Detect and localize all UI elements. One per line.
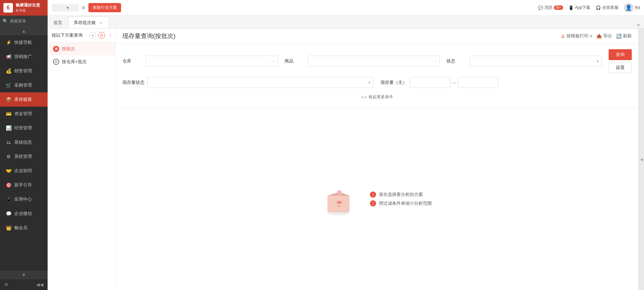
tab-home[interactable]: 首页 xyxy=(48,17,68,28)
content-area: 按以下方案查询 ＋ ⊙ 《 按 按批次 ⊙ 按仓库+批次 现存量查询(按批次) xyxy=(48,29,644,290)
app-download-icon: 📱 xyxy=(569,5,574,10)
message-icon: 💬 xyxy=(538,5,543,10)
inventory-status-select[interactable]: ▾ xyxy=(147,77,374,88)
scroll-down-btn[interactable]: ▼ xyxy=(0,271,48,279)
scheme-item-by-warehouse-batch[interactable]: ⊙ 按仓库+批次 xyxy=(48,55,115,68)
status-select[interactable]: ▾ xyxy=(470,56,602,67)
avatar: 👤 xyxy=(624,3,633,13)
export-label: 导出 xyxy=(603,33,612,39)
inventory-qty-max-input[interactable] xyxy=(458,77,498,88)
nav-label-operations: 经营管理 xyxy=(14,125,32,131)
settings-btn[interactable]: 设置 xyxy=(609,62,632,73)
sidebar-item-system[interactable]: ⚙ 系统管理 xyxy=(0,149,48,164)
tip-item-1: 1 请先选择要分析的方案 xyxy=(370,192,432,198)
warehouse-label: 仓库 xyxy=(122,58,143,64)
app-logo: 6 xyxy=(3,3,13,13)
topbar-settings-icon[interactable]: ⚙ xyxy=(82,5,86,10)
username: Rit xyxy=(635,5,640,10)
sidebar-search[interactable]: 🔍 搜索菜单 xyxy=(0,16,48,27)
message-action[interactable]: 💬 消息 99+ xyxy=(538,5,563,11)
nav-icon-marketing: 📢 xyxy=(5,54,12,60)
product-more-icon: ··· xyxy=(434,59,437,63)
export-btn[interactable]: 📤 导出 xyxy=(596,33,612,39)
product-input[interactable]: ··· xyxy=(308,56,440,67)
app-name: 畅康通好生意 xyxy=(16,3,40,8)
filter-scheme-title: 按以下方案查询 xyxy=(52,32,83,38)
sidebar-item-purchase[interactable]: 🛒 采购管理 xyxy=(0,78,48,92)
app-download-action[interactable]: 📱 App下载 xyxy=(569,5,590,11)
tab-close-btn[interactable]: × xyxy=(98,20,103,25)
nav-icon-purchase: 🛒 xyxy=(5,82,12,88)
sidebar-item-guide[interactable]: 🎯 新手引导 xyxy=(0,178,48,192)
settings-icon[interactable]: ⚙ xyxy=(4,282,9,287)
nav-label-inventory: 库存核算 xyxy=(14,96,32,103)
collapse-more-btn[interactable]: ∧∧ 收起更多条件 xyxy=(122,92,632,102)
sidebar-item-wechat[interactable]: 💬 企业微信 xyxy=(0,206,48,221)
filter-scheme-header: 按以下方案查询 ＋ ⊙ 《 xyxy=(48,29,115,42)
sidebar-item-app-center[interactable]: 📱 应用中心 xyxy=(0,192,48,206)
scheme-item-by-batch[interactable]: 按 按批次 xyxy=(48,42,115,55)
scheme-settings-btn[interactable]: ⊙ xyxy=(98,32,105,39)
user-action[interactable]: 👤 Rit xyxy=(624,3,640,13)
nav-icon-enterprise: 🤝 xyxy=(5,168,12,174)
refresh-btn[interactable]: 🔄 刷新 xyxy=(616,33,632,39)
online-service-action[interactable]: 🎧 在线客服 xyxy=(596,5,618,11)
filter-row-1: 仓库 ··· 商品 ··· 状态 xyxy=(122,49,632,73)
nav-label-system: 系统管理 xyxy=(14,153,32,160)
trial-btn[interactable]: 体验行业方案 xyxy=(88,3,121,12)
main-wrap: ▾ ⚙ 体验行业方案 💬 消息 99+ 📱 App下载 🎧 在线客服 👤 xyxy=(48,0,644,290)
scroll-up-btn[interactable]: ▲ xyxy=(0,27,48,35)
sidebar-item-sales[interactable]: 💰 销售管理 xyxy=(0,64,48,78)
breadcrumb-text xyxy=(55,5,65,10)
add-scheme-btn[interactable]: ＋ xyxy=(89,32,96,39)
collapse-panel-btn[interactable]: 《 xyxy=(107,33,111,38)
print-label: 按模板打印 xyxy=(566,33,589,39)
nav-icon-sales: 💰 xyxy=(5,68,12,74)
avatar-icon: 👤 xyxy=(625,4,632,11)
scheme-by-wh-batch-icon: ⊙ xyxy=(53,59,59,65)
app-title-wrap: 畅康通好生意 标准版 xyxy=(16,3,40,13)
inventory-qty-label: 现存量（主） xyxy=(380,79,407,86)
nav-icon-finance: 💳 xyxy=(5,111,12,117)
empty-svg-illustration xyxy=(322,182,356,216)
online-service-label: 在线客服 xyxy=(602,5,618,11)
product-field: 商品 ··· xyxy=(285,56,440,67)
nav-icon-member: 👑 xyxy=(5,225,12,231)
inventory-qty-field: 现存量（主） — xyxy=(380,77,632,88)
sidebar-item-finance[interactable]: 💳 资金管理 xyxy=(0,107,48,121)
topbar-right: 💬 消息 99+ 📱 App下载 🎧 在线客服 👤 Rit xyxy=(538,3,640,13)
sidebar-item-marketing[interactable]: 📢 营销推广 xyxy=(0,50,48,64)
svg-marker-2 xyxy=(340,192,350,196)
nav-label-basic: 基础信息 xyxy=(14,139,32,145)
refresh-icon: 🔄 xyxy=(616,34,622,39)
nav-label-sales: 销售管理 xyxy=(14,68,32,74)
filter-row-2: 现存量状态 ▾ 现存量（主） — xyxy=(122,77,632,88)
sidebar-bottom: ⚙ ◀◀ xyxy=(0,279,48,290)
query-btn[interactable]: 查询 xyxy=(609,49,632,60)
refresh-label: 刷新 xyxy=(623,33,632,39)
tip-text-1: 请先选择要分析的方案 xyxy=(379,192,423,198)
warehouse-input[interactable]: ··· xyxy=(146,56,278,67)
sidebar-item-member[interactable]: 👑 畅会员 xyxy=(0,221,48,235)
sidebar-item-inventory[interactable]: 📦 库存核算 xyxy=(0,92,48,107)
sidebar-item-basic[interactable]: 🗂 基础信息 xyxy=(0,135,48,149)
tab-panel-close-btn[interactable]: × xyxy=(633,22,644,28)
print-btn[interactable]: 🖨 按模板打印 ▾ xyxy=(561,33,592,39)
nav-label-enterprise: 企业协同 xyxy=(14,168,32,174)
filter-area: 仓库 ··· 商品 ··· 状态 xyxy=(116,44,639,108)
sidebar-item-operations[interactable]: 📊 经营管理 xyxy=(0,121,48,135)
empty-state-content: 1 请先选择要分析的方案 2 用过滤条件来缩小分析范围 xyxy=(322,182,432,216)
sidebar-item-quick-nav[interactable]: ⚡ 快捷导航 xyxy=(0,35,48,50)
svg-point-5 xyxy=(339,201,342,204)
collapse-sidebar-btn[interactable]: ◀◀ xyxy=(36,282,44,287)
topbar: ▾ ⚙ 体验行业方案 💬 消息 99+ 📱 App下载 🎧 在线客服 👤 xyxy=(48,0,644,16)
right-edge-tab[interactable]: ◀ xyxy=(639,29,644,290)
nav-label-app-center: 应用中心 xyxy=(14,196,32,202)
svg-point-6 xyxy=(328,212,349,215)
nav-icon-quick-nav: ⚡ xyxy=(5,39,12,46)
tab-inventory-batch[interactable]: 库存批次账 × xyxy=(68,17,109,28)
sidebar-item-enterprise[interactable]: 🤝 企业协同 xyxy=(0,164,48,178)
nav-label-wechat: 企业微信 xyxy=(14,211,32,217)
nav-icon-wechat: 💬 xyxy=(5,211,12,217)
inventory-qty-min-input[interactable] xyxy=(410,77,451,88)
